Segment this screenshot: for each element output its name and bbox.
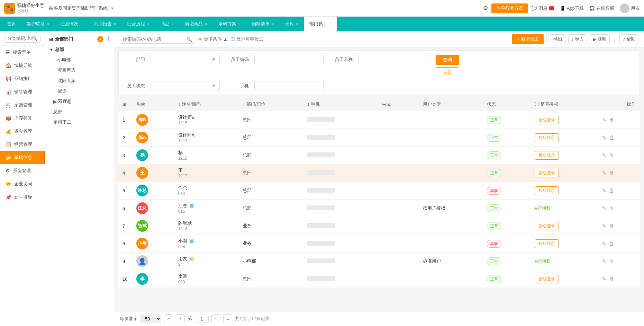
filter-name-input[interactable]	[358, 55, 427, 64]
search-input[interactable]	[123, 37, 185, 42]
th-phone[interactable]: ↕ 手机	[303, 98, 378, 111]
tab-department[interactable]: 部门员工×	[304, 17, 337, 31]
tab-barcode[interactable]: 条码方案×	[213, 17, 246, 31]
next-page-btn[interactable]: ›	[211, 314, 220, 323]
delete-icon[interactable]: 🗑	[609, 170, 614, 176]
search-box[interactable]: 🔍	[120, 35, 195, 44]
tab-customer[interactable]: 客户联络×	[21, 17, 55, 31]
dept-item-shenyang[interactable]: 沈阳大库	[45, 76, 114, 86]
sidebar-search-input[interactable]	[7, 36, 32, 41]
cell-user-type	[419, 235, 483, 253]
last-page-btn[interactable]: »	[223, 314, 232, 323]
sidebar-item-collab[interactable]: 🤝企业协同	[0, 177, 45, 191]
tab-history[interactable]: 经营历程×	[121, 17, 155, 31]
auth-login-btn[interactable]: 授权登录	[535, 186, 559, 195]
delete-icon[interactable]: 🗑	[609, 276, 614, 282]
auth-login-btn[interactable]: 授权登录	[535, 239, 559, 248]
auth-login-btn[interactable]: 授权登录	[535, 275, 559, 283]
dept-item-shuangluxiang[interactable]: ▶ 双鹿想	[45, 96, 114, 107]
delete-icon[interactable]: 🗑	[609, 241, 614, 246]
edit-icon[interactable]: ✎	[602, 241, 606, 246]
sidebar-item-nav[interactable]: 🏠快捷导航	[0, 59, 45, 72]
app-download-btn[interactable]: 📱 App下载	[560, 5, 584, 11]
first-page-btn[interactable]: «	[164, 314, 173, 323]
user-btn[interactable]: 用友	[620, 3, 640, 13]
dept-add-btn[interactable]: +	[97, 36, 103, 42]
auth-login-btn[interactable]: 授权登录	[535, 169, 559, 177]
tab-new-goods[interactable]: 新增商品×	[179, 17, 212, 31]
show-resigned-toggle[interactable]: ☑ 显示离职员工	[230, 36, 263, 42]
th-dept[interactable]: ↕ 部门/职位	[238, 98, 303, 111]
sidebar-item-purchase[interactable]: 🛒采购管理	[0, 98, 45, 112]
cell-avatar: 江总	[132, 200, 174, 217]
filter-dept-select[interactable]: ▼	[151, 55, 220, 64]
help-btn[interactable]: ? 帮助	[619, 34, 638, 44]
online-service-btn[interactable]: 🎧 在线客服	[589, 5, 614, 11]
edit-icon[interactable]: ✎	[602, 223, 606, 229]
filter-status-select[interactable]: ▼	[151, 81, 220, 90]
gear-icon[interactable]: ⚙	[483, 5, 488, 11]
delete-icon[interactable]: 🗑	[609, 223, 614, 229]
query-btn[interactable]: 查询	[436, 55, 459, 65]
edit-icon[interactable]: ✎	[602, 152, 606, 158]
tab-operation[interactable]: 经营情况×	[55, 17, 88, 31]
export-btn[interactable]: ↑ 导出	[546, 34, 565, 44]
dept-group-zongbu[interactable]: ▼ 总部	[45, 44, 114, 55]
view-btn[interactable]: ▶ 视频	[590, 34, 610, 44]
top-bar-actions: 💬 消息 5 📱 App下载 🎧 在线客服 用友	[532, 3, 640, 13]
message-btn[interactable]: 💬 消息 5	[532, 5, 554, 11]
dept-item-peihuo[interactable]: 配货	[45, 86, 114, 96]
delete-icon[interactable]: 🗑	[609, 205, 614, 211]
sidebar-item-system[interactable]: ⚙系统管理	[0, 164, 45, 177]
delete-icon[interactable]: 🗑	[609, 135, 614, 140]
delete-icon[interactable]: 🗑	[609, 117, 614, 123]
delete-icon[interactable]: 🗑	[609, 152, 614, 158]
sidebar-item-marketing[interactable]: 📢营销推广	[0, 72, 45, 85]
edit-icon[interactable]: ✎	[602, 276, 606, 282]
tab-profit[interactable]: 利润报告×	[88, 17, 121, 31]
dept-item-project[interactable]: 项目库房	[45, 65, 114, 76]
edit-icon[interactable]: ✎	[602, 188, 606, 193]
th-settings[interactable]: ⚙	[118, 98, 132, 111]
edit-icon[interactable]: ✎	[602, 205, 606, 211]
add-employee-btn[interactable]: + 新增员工	[512, 34, 544, 44]
sidebar-item-sales[interactable]: 📊销售管理	[0, 85, 45, 98]
sidebar-item-guide[interactable]: 📌新手引导	[0, 191, 45, 204]
dept-item-zhishu[interactable]: 植树王二	[45, 117, 114, 127]
auth-login-btn[interactable]: 授权登录	[535, 151, 559, 160]
sidebar-search-wrap[interactable]: 🔍	[4, 34, 40, 43]
dept-item-zongbu2[interactable]: 总部	[45, 107, 114, 117]
import-btn[interactable]: ↓ 导入	[568, 34, 587, 44]
auth-login-btn[interactable]: 授权登录	[535, 133, 559, 142]
tab-home[interactable]: 首页	[1, 17, 21, 31]
filter-code-input[interactable]	[254, 55, 324, 64]
page-size-select[interactable]: 50 20 100	[140, 315, 161, 323]
dept-collapse-btn[interactable]: 《	[105, 36, 110, 42]
sidebar-item-inventory[interactable]: 📦库存核算	[0, 112, 45, 125]
set-btn[interactable]: 设置	[436, 67, 459, 78]
th-name[interactable]: ↕ 姓名/编码	[174, 98, 239, 111]
delete-icon[interactable]: 🗑	[609, 258, 614, 264]
auth-login-btn[interactable]: 授权登录	[535, 222, 559, 230]
edit-icon[interactable]: ✎	[602, 258, 606, 264]
sidebar-item-basic[interactable]: 📂基础信息	[0, 151, 45, 164]
filter-btn[interactable]: ▼ 更多条件 ▲	[198, 36, 228, 42]
try-btn[interactable]: 体验行业方案	[491, 3, 528, 13]
edit-icon[interactable]: ✎	[602, 170, 606, 176]
cell-ops: ✎🗑	[598, 129, 640, 147]
sidebar-item-finance[interactable]: 💰资金管理	[0, 125, 45, 138]
dept-item-xiaodibu[interactable]: 小电部	[45, 55, 114, 65]
prev-page-btn[interactable]: ‹	[176, 314, 185, 323]
tab-bom[interactable]: 物料清单×	[246, 17, 279, 31]
cell-email	[378, 253, 419, 270]
filter-phone-input[interactable]	[254, 81, 324, 90]
tab-warehouse[interactable]: 仓库×	[280, 17, 304, 31]
auth-login-btn[interactable]: 授权登录	[535, 116, 559, 124]
sidebar-item-operations[interactable]: 📋经营管理	[0, 138, 45, 151]
page-input[interactable]	[195, 315, 209, 323]
edit-icon[interactable]: ✎	[602, 135, 606, 140]
edit-icon[interactable]: ✎	[602, 117, 606, 123]
delete-icon[interactable]: 🗑	[609, 188, 614, 193]
sidebar-item-search[interactable]: ☰搜索菜单	[0, 46, 45, 59]
tab-goods[interactable]: 商品×	[155, 17, 179, 31]
